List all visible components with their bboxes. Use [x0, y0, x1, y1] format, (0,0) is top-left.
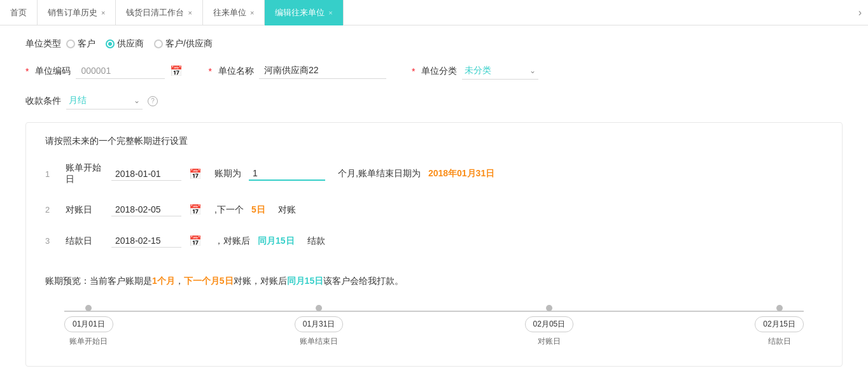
tl-node-0: 01月01日 账单开始日 [64, 305, 113, 347]
tab-home-label: 首页 [10, 7, 27, 18]
row-1-date-input[interactable] [111, 167, 181, 181]
code-name-cat-row: * 单位编码 📅 * 单位名称 * 单位分类 未分类 ⌄ [25, 62, 843, 80]
unit-name-input[interactable] [259, 63, 386, 79]
preview-period: 1个月 [152, 276, 175, 286]
tl-node-1: 01月31日 账单结束日 [295, 305, 344, 347]
radio-both-label: 客户/供应商 [165, 38, 213, 50]
row-1-calendar-icon[interactable]: 📅 [189, 168, 202, 180]
preview-comma1: ， [175, 276, 184, 286]
row-2-desc-prefix: ,下一个 [214, 204, 244, 216]
radio-both[interactable]: 客户/供应商 [154, 38, 213, 50]
tab-sales-history-close[interactable]: × [101, 9, 105, 17]
tab-home[interactable]: 首页 [0, 0, 38, 25]
unit-type-field: 单位类型 客户 供应商 客户/供应商 [25, 38, 213, 50]
unit-name-label: 单位名称 [218, 66, 254, 77]
tabs-arrow[interactable]: › [852, 7, 868, 18]
tl-badge-0: 01月01日 [64, 316, 113, 332]
preview-next-date: 下一个月5日 [184, 276, 234, 286]
row-3-desc-prefix: ，对账后 [214, 236, 250, 247]
unit-type-row: 单位类型 客户 供应商 客户/供应商 [25, 38, 843, 50]
tab-sales-history[interactable]: 销售订单历史 × [38, 0, 116, 25]
row-3-num: 3 [45, 236, 58, 246]
row-2-desc-suffix: 对账 [278, 204, 296, 216]
preview-prefix: 账期预览：当前客户账期是 [45, 276, 152, 286]
tab-counterpart-label: 往来单位 [213, 7, 246, 18]
setting-row-1: 1 账单开始日 📅 账期为 个月,账单结束日期为 2018年01月31日 [45, 162, 823, 185]
row-1-period-suffix: 个月,账单结束日期为 [338, 168, 421, 179]
row-1-period-date: 2018年01月31日 [428, 168, 494, 179]
radio-both-circle [154, 39, 163, 48]
payment-row: 收款条件 月结 ⌄ ? [25, 92, 843, 109]
payment-select[interactable]: 月结 ⌄ [66, 92, 143, 109]
timeline-nodes: 01月01日 账单开始日 01月31日 账单结束日 [64, 305, 804, 347]
row-2-desc-highlight: 5日 [251, 204, 265, 216]
tl-label-3: 结款日 [768, 336, 791, 347]
radio-customer-label: 客户 [78, 38, 95, 50]
unit-name-star: * [208, 66, 211, 76]
row-3-calendar-icon[interactable]: 📅 [189, 235, 202, 247]
setting-row-2: 2 对账日 📅 ,下一个5日对账 [45, 203, 823, 216]
row-2-num: 2 [45, 205, 58, 215]
unit-code-field: * 单位编码 📅 [25, 63, 183, 79]
tl-badge-1: 01月31日 [295, 316, 344, 332]
tl-label-1: 账单结束日 [300, 336, 338, 347]
unit-type-label: 单位类型 [25, 38, 61, 50]
tl-dot-0 [85, 305, 92, 311]
preview-reconcile: 对账，对账后 [234, 276, 287, 286]
row-3-label: 结款日 [66, 236, 104, 247]
unit-category-arrow-icon: ⌄ [529, 66, 536, 75]
settings-section: 请按照未来的一个完整帐期进行设置 1 账单开始日 📅 账期为 个月,账单结束日期… [25, 122, 843, 367]
payment-value: 月结 [69, 95, 131, 106]
tab-edit-counterpart-close[interactable]: × [328, 9, 332, 17]
unit-code-input[interactable] [76, 63, 165, 79]
row-3-date-input[interactable] [111, 234, 181, 248]
tl-node-2: 02月05日 对账日 [525, 305, 574, 347]
unit-category-field: * 单位分类 未分类 ⌄ [412, 62, 538, 80]
tl-node-3: 02月15日 结款日 [755, 305, 804, 347]
tab-cash-work-close[interactable]: × [188, 9, 192, 17]
tl-dot-2 [546, 305, 552, 311]
unit-code-calendar-icon[interactable]: 📅 [170, 65, 183, 77]
row-3-desc-suffix: 结款 [307, 236, 325, 247]
tab-counterpart[interactable]: 往来单位 × [203, 0, 265, 25]
row-1-period-input[interactable] [249, 167, 325, 181]
tab-sales-history-label: 销售订单历史 [48, 7, 97, 18]
tl-label-0: 账单开始日 [69, 336, 108, 347]
radio-customer[interactable]: 客户 [66, 38, 95, 50]
section-title: 请按照未来的一个完整帐期进行设置 [45, 136, 823, 147]
unit-category-select[interactable]: 未分类 ⌄ [462, 62, 538, 80]
tab-edit-counterpart-label: 编辑往来单位 [275, 7, 325, 18]
payment-field: 收款条件 月结 ⌄ ? [25, 92, 158, 109]
preview-settlement: 同月15日 [287, 276, 324, 286]
payment-label: 收款条件 [25, 95, 61, 107]
payment-arrow-icon: ⌄ [134, 96, 140, 105]
tab-cash-work-label: 钱货日清工作台 [126, 7, 184, 18]
radio-supplier-label: 供应商 [117, 38, 144, 50]
payment-help-icon[interactable]: ? [148, 96, 158, 106]
row-2-calendar-icon[interactable]: 📅 [189, 204, 202, 216]
timeline: 01月01日 账单开始日 01月31日 账单结束日 [45, 305, 823, 347]
page-content: 单位类型 客户 供应商 客户/供应商 * 单位编码 [0, 25, 868, 387]
unit-code-star: * [25, 66, 29, 76]
row-2-label: 对账日 [66, 204, 104, 216]
radio-supplier-circle [106, 39, 115, 48]
tl-dot-1 [316, 305, 322, 311]
row-1-num: 1 [45, 169, 58, 179]
unit-type-radio-group: 客户 供应商 客户/供应商 [66, 38, 213, 50]
preview-text: 账期预览：当前客户账期是1个月，下一个月5日对账，对账后同月15日该客户会给我打… [45, 276, 823, 287]
tab-counterpart-close[interactable]: × [250, 9, 254, 17]
tl-badge-2: 02月05日 [525, 316, 574, 332]
tab-edit-counterpart[interactable]: 编辑往来单位 × [265, 0, 343, 25]
tabs-bar: 首页 销售订单历史 × 钱货日清工作台 × 往来单位 × 编辑往来单位 × › [0, 0, 868, 25]
row-1-middle-text: 账期为 [214, 168, 241, 179]
unit-code-label: 单位编码 [35, 66, 71, 77]
row-3-desc-highlight: 同月15日 [258, 236, 295, 247]
radio-supplier[interactable]: 供应商 [106, 38, 144, 50]
unit-name-field: * 单位名称 [208, 63, 386, 79]
radio-customer-circle [66, 39, 75, 48]
unit-category-value: 未分类 [465, 65, 527, 76]
tab-cash-work[interactable]: 钱货日清工作台 × [116, 0, 202, 25]
preview-suffix: 该客户会给我打款。 [323, 276, 403, 286]
tl-dot-3 [776, 305, 783, 311]
row-2-date-input[interactable] [111, 203, 181, 216]
